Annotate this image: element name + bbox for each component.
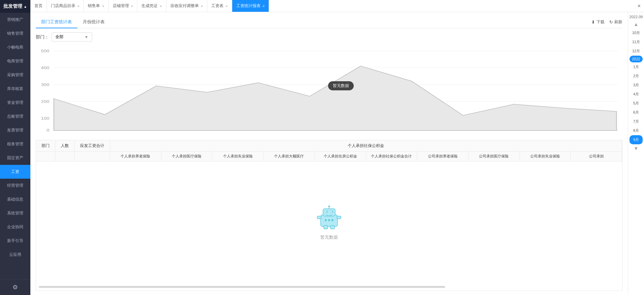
sidebar-item-基础信息[interactable]: 基础信息 <box>0 193 30 206</box>
timeline-current-date: 2022.09 <box>629 13 644 20</box>
svg-point-19 <box>326 211 327 212</box>
empty-text: 暂无数据 <box>320 234 338 240</box>
timeline-nav-down[interactable]: ▼ <box>628 144 644 152</box>
th-应发工资合计-sub <box>75 152 110 161</box>
timeline-month-10[interactable]: 10月 <box>628 28 644 37</box>
sidebar: 批发管理 ▲ 营销推广 销售管理 小畅电商 电商管理 采购管理 库存核算 资金管… <box>0 0 30 295</box>
timeline-nav-up[interactable]: ▲ <box>628 20 644 28</box>
main-content: 部门工资统计表 月份统计表 ⬇ 下载 ↻ 刷新 <box>30 12 628 295</box>
tab-工资统计报表[interactable]: 工资统计报表 × <box>232 0 269 12</box>
timeline-month-12[interactable]: 12月 <box>628 47 644 56</box>
th-group-个人承担: 个人承担社保公积金 <box>110 140 622 152</box>
chart-svg: 500 400 300 200 100 0 <box>36 46 622 133</box>
sidebar-item-云应用[interactable]: 云应用 <box>0 248 30 262</box>
table-area: 部门 人数 应发工资合计 个人承担社保公积金 <box>36 140 622 291</box>
settings-button[interactable]: ⚙ <box>0 279 30 295</box>
sidebar-item-营销推广[interactable]: 营销推广 <box>0 13 30 27</box>
timeline-month-3[interactable]: 3月 <box>628 81 644 90</box>
close-all-tabs[interactable]: × <box>634 3 644 9</box>
tab-close-门店商品目录[interactable]: × <box>77 4 79 8</box>
toolbar-row: 部门： 全部 ▼ <box>36 32 622 41</box>
svg-text:500: 500 <box>41 49 50 53</box>
timeline-month-5[interactable]: 5月 <box>628 99 644 108</box>
tab-应收应付调整单[interactable]: 应收应付调整单 × <box>166 0 207 12</box>
sidebar-item-销售管理[interactable]: 销售管理 <box>0 27 30 40</box>
sidebar-item-小畅电商[interactable]: 小畅电商 <box>0 40 30 54</box>
tab-销售单[interactable]: 销售单 × <box>84 0 108 12</box>
sidebar-item-库存核算[interactable]: 库存核算 <box>0 82 30 96</box>
refresh-icon: ↻ <box>609 20 613 25</box>
dept-select[interactable]: 全部 ▼ <box>52 32 92 41</box>
sub-tab-月份统计表[interactable]: 月份统计表 <box>77 16 110 28</box>
th-应发工资合计: 应发工资合计 <box>75 140 110 152</box>
tab-门店商品目录[interactable]: 门店商品目录 × <box>47 0 84 12</box>
sidebar-item-固定资产[interactable]: 固定资产 <box>0 151 30 165</box>
svg-text:0: 0 <box>47 128 49 132</box>
tab-close-应收应付调整单[interactable]: × <box>201 4 203 8</box>
svg-marker-12 <box>54 66 616 130</box>
sidebar-header: 批发管理 ▲ <box>0 0 30 13</box>
timeline-month-6[interactable]: 6月 <box>628 108 644 117</box>
svg-rect-25 <box>337 216 341 219</box>
download-icon: ⬇ <box>591 20 595 25</box>
sidebar-item-经营管理[interactable]: 经营管理 <box>0 179 30 193</box>
timeline-month-4[interactable]: 4月 <box>628 90 644 99</box>
svg-rect-27 <box>330 226 334 229</box>
download-button[interactable]: ⬇ 下载 <box>591 19 605 25</box>
empty-icon <box>316 205 343 232</box>
th-个人承担大额医疗: 个人承担大额医疗 <box>264 152 315 161</box>
svg-text:200: 200 <box>41 99 50 104</box>
tab-close-工资统计报表[interactable]: × <box>263 4 265 8</box>
th-公司承担失业保险: 公司承担失业保险 <box>520 152 571 161</box>
tab-店铺管理[interactable]: 店铺管理 × <box>109 0 137 12</box>
sub-tab-部门工资统计表[interactable]: 部门工资统计表 <box>36 16 77 28</box>
sidebar-item-采购管理[interactable]: 采购管理 <box>0 68 30 82</box>
sidebar-item-工资[interactable]: 工资 <box>0 165 30 179</box>
sidebar-item-资金管理[interactable]: 资金管理 <box>0 96 30 110</box>
th-个人承担住房公积金: 个人承担住房公积金 <box>315 152 366 161</box>
timeline-month-7[interactable]: 7月 <box>628 117 644 126</box>
sidebar-item-发票管理[interactable]: 发票管理 <box>0 123 30 137</box>
tab-close-生成凭证[interactable]: × <box>160 4 162 8</box>
th-个人承担社保公积金合计: 个人承担社保公积金合计 <box>366 152 418 161</box>
timeline-month-2[interactable]: 2月 <box>628 71 644 81</box>
svg-point-16 <box>328 205 330 207</box>
th-人数-sub <box>55 152 74 161</box>
timeline-month-8[interactable]: 8月 <box>628 126 644 135</box>
table-scroll-bar[interactable] <box>39 286 445 288</box>
svg-point-23 <box>331 219 333 221</box>
timeline-month-9[interactable]: 9月 <box>629 135 643 144</box>
main-area: 首页 门店商品目录 × 销售单 × 店铺管理 × 生成凭证 × 应收应付调整单 … <box>30 0 644 295</box>
th-个人承担失业保险: 个人承担失业保险 <box>212 152 264 161</box>
timeline-year-2022[interactable]: 2022 <box>629 56 643 62</box>
chevron-down-icon: ▼ <box>84 35 88 39</box>
timeline-month-11[interactable]: 11月 <box>628 37 644 47</box>
th-公司承担养老保险: 公司承担养老保险 <box>417 152 468 161</box>
refresh-button[interactable]: ↻ 刷新 <box>609 19 622 25</box>
svg-text:400: 400 <box>41 66 50 70</box>
th-个人承担医疗保险: 个人承担医疗保险 <box>161 152 213 161</box>
sidebar-item-税务管理[interactable]: 税务管理 <box>0 137 30 151</box>
sidebar-item-总账管理[interactable]: 总账管理 <box>0 110 30 123</box>
sidebar-item-新手引导[interactable]: 新手引导 <box>0 234 30 248</box>
sidebar-item-企业协同[interactable]: 企业协同 <box>0 220 30 234</box>
tab-close-销售单[interactable]: × <box>102 4 104 8</box>
tab-close-店铺管理[interactable]: × <box>131 4 133 8</box>
svg-point-21 <box>325 219 327 221</box>
tab-首页[interactable]: 首页 <box>30 0 47 12</box>
svg-point-22 <box>328 219 330 221</box>
svg-rect-26 <box>324 226 328 229</box>
sidebar-item-系统管理[interactable]: 系统管理 <box>0 206 30 220</box>
gear-icon: ⚙ <box>12 284 18 291</box>
sidebar-item-电商管理[interactable]: 电商管理 <box>0 54 30 68</box>
tab-close-工资表[interactable]: × <box>225 4 227 8</box>
svg-text:100: 100 <box>41 116 50 121</box>
sidebar-title: 批发管理 <box>3 3 22 9</box>
th-个人承担养老保险: 个人承担养老保险 <box>110 152 161 161</box>
tab-生成凭证[interactable]: 生成凭证 × <box>137 0 166 12</box>
timeline-panel: 2022.09 ▲ 10月 11月 12月 2022 1月 2月 3月 4月 5… <box>628 12 644 295</box>
svg-point-20 <box>331 211 333 212</box>
tab-工资表[interactable]: 工资表 × <box>207 0 232 12</box>
timeline-month-1[interactable]: 1月 <box>628 62 644 71</box>
table-body: 暂无数据 <box>36 161 622 283</box>
